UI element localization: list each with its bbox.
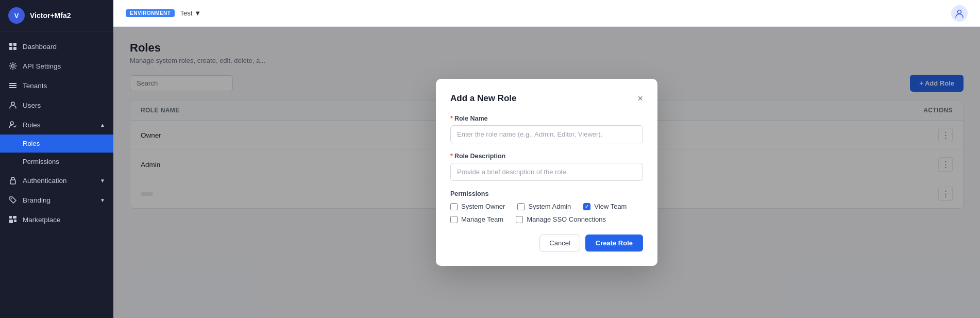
svg-rect-0	[9, 43, 12, 46]
sidebar-item-dashboard-label: Dashboard	[23, 43, 57, 51]
permission-manage-sso-label: Manage SSO Connections	[527, 215, 606, 223]
role-desc-label: * Role Description	[450, 153, 643, 160]
sidebar-item-roles[interactable]: Roles ▲	[0, 115, 113, 135]
permission-system-admin[interactable]: System Admin	[517, 203, 571, 210]
svg-point-4	[12, 65, 14, 68]
grid2-icon	[8, 215, 18, 224]
role-desc-input[interactable]	[450, 163, 643, 181]
svg-point-8	[11, 102, 14, 105]
main-area: ENVIRONMENT Test ▼ Roles Manage system r…	[113, 0, 980, 318]
permission-manage-team-checkbox[interactable]	[450, 216, 458, 223]
svg-rect-1	[13, 43, 16, 46]
permissions-group: Permissions System Owner System Admin	[450, 190, 643, 223]
sub-nav-roles: Roles Permissions	[0, 135, 113, 171]
permission-view-team-label: View Team	[594, 203, 627, 210]
app-name: Victor+Mfa2	[30, 11, 71, 20]
svg-rect-13	[13, 216, 16, 219]
sidebar-item-branding-label: Branding	[23, 196, 50, 204]
permissions-row-1: System Owner System Admin View Team	[450, 203, 643, 210]
svg-rect-15	[14, 220, 16, 222]
lock-icon	[8, 176, 18, 185]
sidebar-item-authentication[interactable]: Authentication ▼	[0, 171, 113, 190]
permission-manage-sso[interactable]: Manage SSO Connections	[516, 215, 606, 223]
sidebar-item-api-settings-label: API Settings	[23, 62, 61, 70]
modal-title: Add a New Role	[450, 93, 516, 104]
sidebar-sub-item-roles-label: Roles	[23, 140, 40, 147]
svg-rect-12	[9, 216, 12, 219]
permission-manage-sso-checkbox[interactable]	[516, 216, 523, 223]
permission-system-admin-label: System Admin	[528, 203, 571, 210]
role-name-label: * Role Name	[450, 115, 643, 122]
user-check-icon	[8, 120, 18, 129]
grid-icon	[8, 42, 18, 51]
sidebar-item-dashboard[interactable]: Dashboard	[0, 37, 113, 56]
modal-footer: Cancel Create Role	[450, 235, 643, 252]
sidebar-item-marketplace-label: Marketplace	[23, 216, 61, 224]
sidebar-item-branding[interactable]: Branding ▼	[0, 190, 113, 210]
sidebar-item-tenants-label: Tenants	[23, 82, 47, 90]
svg-rect-7	[9, 87, 16, 88]
permission-manage-team-label: Manage Team	[461, 215, 503, 223]
chevron-up-icon: ▲	[100, 122, 105, 128]
svg-rect-14	[9, 220, 13, 223]
settings-icon	[8, 61, 18, 71]
sidebar-item-marketplace[interactable]: Marketplace	[0, 210, 113, 229]
table-icon	[8, 81, 18, 90]
top-bar: ENVIRONMENT Test ▼	[113, 0, 980, 27]
user-profile-icon[interactable]	[951, 5, 968, 22]
permission-system-admin-checkbox[interactable]	[517, 203, 525, 210]
permission-system-owner[interactable]: System Owner	[450, 203, 505, 210]
sidebar-item-api-settings[interactable]: API Settings	[0, 56, 113, 76]
environment-selector[interactable]: Test ▼	[180, 9, 201, 17]
svg-rect-2	[9, 47, 12, 50]
required-asterisk: *	[450, 115, 453, 122]
permission-system-owner-label: System Owner	[461, 203, 505, 210]
permissions-grid: System Owner System Admin View Team	[450, 203, 643, 223]
modal-close-button[interactable]: ×	[637, 94, 643, 103]
top-bar-left: ENVIRONMENT Test ▼	[126, 9, 201, 17]
sidebar-sub-item-permissions[interactable]: Permissions	[0, 153, 113, 171]
avatar: V	[8, 7, 25, 24]
svg-rect-10	[10, 180, 15, 184]
cancel-button[interactable]: Cancel	[539, 235, 580, 252]
sidebar-sub-item-permissions-label: Permissions	[23, 158, 59, 165]
svg-rect-5	[9, 83, 16, 84]
environment-name: Test	[180, 9, 192, 17]
create-role-button[interactable]: Create Role	[585, 235, 643, 252]
svg-point-11	[11, 198, 12, 199]
permission-view-team[interactable]: View Team	[583, 203, 627, 210]
chevron-down-icon-env: ▼	[194, 9, 201, 17]
page-content: Roles Manage system roles, create, edit,…	[113, 27, 980, 318]
svg-point-9	[10, 122, 13, 125]
sidebar-sub-item-roles[interactable]: Roles	[0, 135, 113, 153]
sidebar-header: V Victor+Mfa2	[0, 0, 113, 31]
role-name-group: * Role Name	[450, 115, 643, 143]
permission-manage-team[interactable]: Manage Team	[450, 215, 503, 223]
modal-overlay: Add a New Role × * Role Name * Role Desc…	[113, 27, 980, 318]
permissions-row-2: Manage Team Manage SSO Connections	[450, 215, 643, 223]
top-bar-right	[951, 5, 968, 22]
role-desc-group: * Role Description	[450, 153, 643, 181]
svg-rect-3	[13, 47, 16, 50]
tag-icon	[8, 195, 18, 205]
chevron-down-icon-2: ▼	[100, 197, 105, 203]
permissions-label: Permissions	[450, 190, 643, 197]
sidebar-item-roles-label: Roles	[23, 121, 41, 129]
role-name-input[interactable]	[450, 125, 643, 143]
sidebar-item-users[interactable]: Users	[0, 95, 113, 115]
svg-point-16	[958, 10, 961, 13]
add-role-modal: Add a New Role × * Role Name * Role Desc…	[436, 79, 657, 266]
chevron-down-icon: ▼	[100, 178, 105, 183]
sidebar: V Victor+Mfa2 Dashboard API Settings Ten…	[0, 0, 113, 318]
sidebar-nav: Dashboard API Settings Tenants Users	[0, 31, 113, 318]
sidebar-item-authentication-label: Authentication	[23, 177, 67, 185]
required-asterisk-2: *	[450, 153, 453, 160]
user-icon	[8, 101, 18, 110]
sidebar-item-users-label: Users	[23, 102, 41, 109]
permission-view-team-checkbox[interactable]	[583, 203, 590, 210]
modal-header: Add a New Role ×	[450, 93, 643, 104]
permission-system-owner-checkbox[interactable]	[450, 203, 458, 210]
environment-badge: ENVIRONMENT	[126, 9, 175, 17]
sidebar-item-tenants[interactable]: Tenants	[0, 76, 113, 95]
svg-rect-6	[9, 85, 16, 86]
